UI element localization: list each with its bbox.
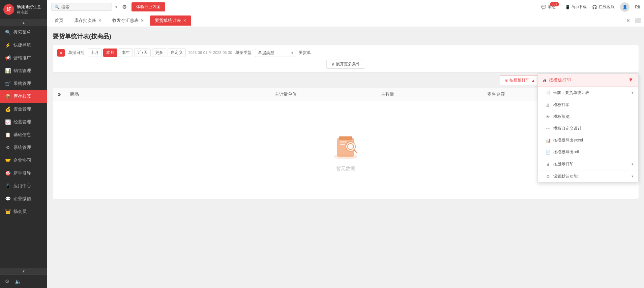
audio-footer-icon[interactable]: 🔈 — [15, 278, 22, 285]
tab-close-icon[interactable]: ✕ — [98, 18, 101, 23]
topbar: 🔍 ▾ ⚙ 体验行业方案 💬 消息 99+ 📱 App下载 🎧 在线客服 👤 — [47, 0, 644, 14]
sidebar-item-operations[interactable]: 📈 经营管理 — [0, 116, 47, 128]
tab-receipt-summary[interactable]: 收发存汇总表 ✕ — [108, 15, 149, 26]
filter-expand-btn[interactable]: » — [57, 49, 65, 57]
sidebar-item-app-center[interactable]: 📱 应用中心 — [0, 180, 47, 192]
template-preview-icon: 👁 — [545, 115, 551, 119]
settings-icon[interactable]: ⚙ — [57, 92, 61, 97]
user-avatar-btn[interactable]: 👤 — [620, 2, 630, 12]
order-type-label: 单据类型 — [235, 50, 252, 56]
purchase-icon: 🛒 — [5, 81, 11, 86]
current-template-icon: 📄 — [545, 91, 550, 95]
th-check: ⚙ — [53, 89, 66, 100]
set-default-arrow: ▾ — [632, 174, 634, 179]
trial-btn[interactable]: 体验行业方案 — [131, 2, 165, 11]
sidebar-item-system[interactable]: ⚙ 系统管理 — [0, 141, 47, 154]
tab-close-icon[interactable]: ✕ — [183, 18, 186, 23]
date-label: 单据日期 — [68, 50, 84, 56]
sidebar-item-label: 系统管理 — [13, 145, 31, 151]
sidebar-item-member[interactable]: 👑 畅会员 — [0, 205, 47, 218]
wechat-icon: 💬 — [5, 196, 11, 201]
tab-order-stats[interactable]: 要货单统计表 ✕ — [150, 15, 191, 26]
sidebar-item-label: 基础信息 — [13, 132, 31, 138]
app-logo-text: 畅捷通好生意 标准版 — [17, 4, 41, 14]
tab-close-icon[interactable]: ✕ — [141, 18, 144, 23]
sidebar-item-wechat[interactable]: 💬 企业微信 — [0, 192, 47, 205]
display-print-arrow: ▾ — [632, 162, 634, 166]
sidebar-item-label: 搜索菜单 — [13, 29, 31, 35]
dropdown-section-display-print[interactable]: 🖥 按显示打印 ▾ — [538, 158, 638, 170]
sidebar-footer: ⚙ 🔈 — [0, 275, 47, 288]
sidebar-item-purchase[interactable]: 🛒 采购管理 — [0, 77, 47, 90]
window-close-btn[interactable]: ✕ — [624, 17, 632, 24]
sidebar-item-label: 快捷导航 — [13, 42, 31, 48]
sidebar-logo: 好 畅捷通好生意 标准版 — [0, 0, 47, 19]
svg-rect-7 — [340, 144, 345, 145]
user-name: Rit — [635, 5, 640, 9]
sidebar-item-cooperation[interactable]: 🤝 企业协同 — [0, 154, 47, 167]
sidebar-item-label: 销售管理 — [13, 68, 31, 74]
headset-icon: 🎧 — [592, 5, 597, 9]
dropdown-item-template-custom[interactable]: ✏ 模板自定义设计 — [538, 123, 638, 134]
marketing-icon: 📢 — [5, 55, 11, 61]
app-logo-icon: 好 — [3, 4, 14, 15]
sidebar-item-guide[interactable]: 🎯 新手引导 — [0, 167, 47, 180]
expand-more-btn[interactable]: ∨ 展开更多条件 — [326, 60, 365, 69]
dropdown-close-btn[interactable]: ▲ — [628, 77, 634, 83]
empty-text: 暂无数据 — [336, 166, 355, 172]
date-btn-prev-month[interactable]: 上月 — [88, 49, 102, 57]
date-btn-custom[interactable]: 自定义 — [168, 49, 186, 57]
settings-footer-icon[interactable]: ⚙ — [5, 278, 9, 285]
sidebar-item-label: 资金管理 — [13, 106, 31, 112]
date-btn-current-year[interactable]: 本年 — [119, 49, 133, 57]
sidebar-item-sales[interactable]: 📊 销售管理 — [0, 64, 47, 77]
sidebar-item-label: 库存核算 — [13, 93, 31, 99]
inventory-icon: 📦 — [5, 94, 11, 99]
user-name-btn[interactable]: Rit — [635, 5, 640, 9]
dropdown-item-export-pdf[interactable]: 📄 按模板导出pdf — [538, 146, 638, 158]
sidebar-item-basic-info[interactable]: 📋 基础信息 — [0, 128, 47, 141]
date-btn-current-month[interactable]: 本月 — [103, 49, 117, 57]
dropdown-item-template-preview[interactable]: 👁 模板预览 — [538, 111, 638, 123]
sidebar-item-finance[interactable]: 💰 资金管理 — [0, 103, 47, 116]
sidebar-item-search[interactable]: 🔍 搜索菜单 — [0, 26, 47, 39]
expand-more-icon: ∨ — [331, 62, 334, 67]
print-template-btn[interactable]: 🖨 按模板打印 ▲ — [500, 75, 539, 85]
set-default-label: 设置默认功能 — [553, 173, 578, 179]
sidebar-scroll-down[interactable]: ▼ — [0, 268, 47, 275]
print-dropdown-icon: 🖨 — [543, 78, 547, 83]
order-type-select[interactable]: 单据类型 — [255, 49, 295, 57]
search-input[interactable] — [61, 5, 102, 9]
messages-btn[interactable]: 💬 消息 99+ — [541, 4, 556, 10]
message-icon: 💬 — [541, 5, 546, 9]
date-btn-last-7-days[interactable]: 近7天 — [134, 49, 151, 57]
cooperation-icon: 🤝 — [5, 158, 11, 163]
th-unit: 主计量单位 — [271, 88, 377, 101]
tab-home[interactable]: 首页 — [50, 15, 68, 26]
sidebar-item-marketing[interactable]: 📢 营销推广 — [0, 52, 47, 64]
template-preview-label: 模板预览 — [553, 114, 569, 120]
dropdown-item-template-print[interactable]: 🖨 模板打印 — [538, 99, 638, 111]
dropdown-section-set-default[interactable]: ⚙ 设置默认功能 ▾ — [538, 170, 638, 182]
online-service-btn[interactable]: 🎧 在线客服 — [592, 4, 615, 10]
search-icon: 🔍 — [5, 30, 11, 35]
dropdown-current-template[interactable]: 📄 当前：要货单统计表 ▾ — [538, 87, 638, 99]
window-maximize-btn[interactable]: ⬜ — [634, 17, 641, 24]
date-range-display: 2023-06-01 至 2023-06-30 — [188, 50, 232, 55]
topbar-gear-icon[interactable]: ⚙ — [122, 4, 127, 10]
sidebar-item-inventory[interactable]: 📦 库存核算 — [0, 90, 47, 103]
topbar-dropdown-arrow[interactable]: ▾ — [115, 5, 117, 9]
sidebar: 好 畅捷通好生意 标准版 ▲ 🔍 搜索菜单 ⚡ 快捷导航 📢 营销推广 📊 销售… — [0, 0, 47, 288]
topbar-search-box[interactable]: 🔍 — [51, 3, 112, 11]
date-btn-more[interactable]: 更多 — [152, 49, 166, 57]
sales-icon: 📊 — [5, 68, 11, 73]
sidebar-scroll-up[interactable]: ▲ — [0, 19, 47, 26]
chevron-up-icon: ▲ — [531, 78, 535, 83]
app-download-btn[interactable]: 📱 App下载 — [565, 4, 587, 10]
dropdown-item-export-excel[interactable]: 📊 按模板导出excel — [538, 134, 638, 146]
tab-batch-account[interactable]: 库存批次账 ✕ — [69, 15, 106, 26]
filter-row-1: » 单据日期 上月 本月 本年 近7天 更多 自定义 2023-06-01 至 … — [57, 49, 634, 57]
finance-icon: 💰 — [5, 106, 11, 112]
filter-bar: » 单据日期 上月 本月 本年 近7天 更多 自定义 2023-06-01 至 … — [53, 45, 639, 72]
sidebar-item-quick-nav[interactable]: ⚡ 快捷导航 — [0, 39, 47, 52]
